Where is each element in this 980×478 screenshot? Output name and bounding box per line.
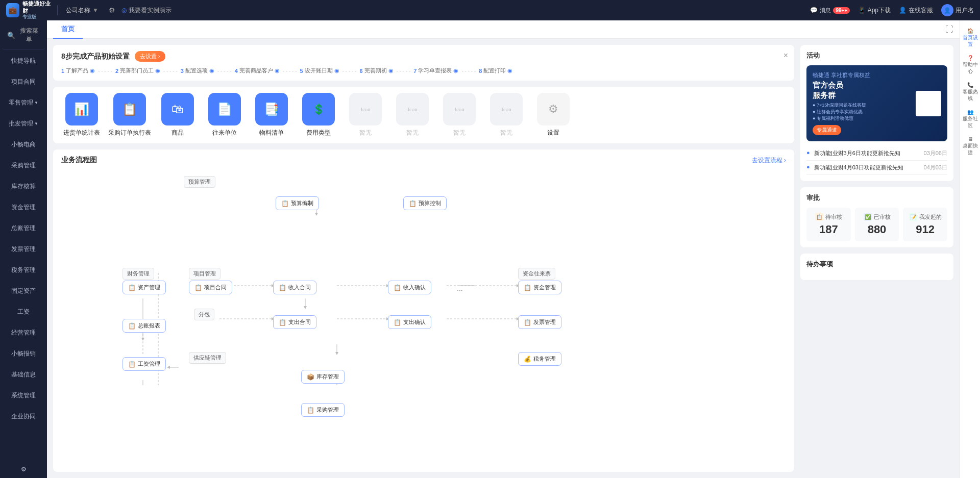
purchase-stats-icon: 📊 <box>65 93 98 125</box>
company-selector[interactable]: 公司名称 ▼ <box>62 4 103 17</box>
step-7[interactable]: 7 学习单查报表 ◉ <box>413 67 458 74</box>
setup-close-button[interactable]: × <box>783 51 788 60</box>
right-nav-help[interactable]: ❓ 帮助中心 <box>961 52 979 78</box>
settings-icon[interactable]: ⚙ <box>107 4 117 16</box>
community-icon: 👥 <box>962 109 978 115</box>
project-contract-node[interactable]: 📋 项目合同 <box>189 281 232 294</box>
step-2[interactable]: 2 完善部门员工 ◉ <box>115 67 160 74</box>
salary-mgmt-node[interactable]: 📋 工资管理 <box>122 357 166 371</box>
income-contract-node[interactable]: 📋 收入合同 <box>273 281 316 294</box>
ledger-report-node[interactable]: 📋 总账报表 <box>122 319 166 333</box>
chevron-down-icon: ▼ <box>92 7 99 14</box>
step-4[interactable]: 4 完善商品客户 ◉ <box>235 67 280 74</box>
approval-card: 审批 📋 待审核 187 ✅ 已审核 <box>800 187 953 247</box>
desktop-icon: 🖥 <box>962 136 978 142</box>
capital-section-label: 资金往来票 <box>518 268 555 280</box>
sidebar-item-ledger[interactable]: 总账管理 <box>2 219 45 238</box>
quick-icon-expense-type[interactable]: 💲 费用类型 <box>298 93 339 137</box>
approval-pending[interactable]: 📋 待审核 187 <box>806 208 851 241</box>
budget-make-node[interactable]: 📋 预算编制 <box>276 196 319 210</box>
demo-link[interactable]: ◎ 我要看实例演示 <box>121 6 172 15</box>
sidebar-item-inventory[interactable]: 库存核算 <box>2 177 45 196</box>
demo-icon: ◎ <box>121 7 127 14</box>
sidebar-item-quick-nav[interactable]: 快捷导航 <box>2 52 45 70</box>
sidebar-item-purchase[interactable]: 采购管理 <box>2 156 45 175</box>
capital-mgmt-node[interactable]: 📋 资金管理 <box>518 281 561 294</box>
quick-icons-grid: 📊 进货单统计表 📋 采购订单执行表 🛍 商品 📄 <box>61 93 786 137</box>
promo-join-button[interactable]: 专属通道 <box>813 125 841 135</box>
quick-icon-empty-4[interactable]: Icon 暂无 <box>486 93 527 137</box>
step-6[interactable]: 6 完善期初 ◉ <box>359 67 393 74</box>
right-nav-desktop[interactable]: 🖥 桌面快捷 <box>961 133 979 159</box>
quick-icon-settings[interactable]: ⚙ 设置 <box>533 93 574 137</box>
sidebar-item-enterprise[interactable]: 企业协同 <box>2 407 45 426</box>
quick-icon-partners[interactable]: 📄 往来单位 <box>204 93 245 137</box>
online-service-button[interactable]: 👤 在线客服 <box>899 6 933 15</box>
inventory-icon: 📦 <box>307 373 314 381</box>
right-nav-hotline[interactable]: 📞 客服热线 <box>961 79 979 105</box>
purchase-mgmt-node[interactable]: 📋 采购管理 <box>301 403 345 417</box>
salary-icon: 📋 <box>128 361 136 368</box>
help-icon: ❓ <box>962 55 978 61</box>
news-item-2[interactable]: ● 新功能|业财4月03日功能更新抢先知 04月03日 <box>806 161 947 175</box>
approval-approved[interactable]: ✅ 已审核 880 <box>855 208 899 241</box>
inventory-mgmt-node[interactable]: 📦 库存管理 <box>301 370 345 384</box>
tab-home[interactable]: 首页 <box>53 20 83 39</box>
right-nav-home-settings[interactable]: 🏠 首页设置 <box>961 24 979 51</box>
sidebar-settings-button[interactable]: ⚙ <box>0 461 47 478</box>
income-confirm-node[interactable]: 📋 收入确认 <box>388 281 431 294</box>
income-contract-icon: 📋 <box>279 284 286 291</box>
asset-mgmt-node[interactable]: 📋 资产管理 <box>122 281 166 294</box>
news-item-1[interactable]: ● 新功能|业财3月6日功能更新抢先知 03月06日 <box>806 146 947 161</box>
quick-icon-purchase-stats[interactable]: 📊 进货单统计表 <box>61 93 102 137</box>
sidebar-item-ecommerce[interactable]: 小畅电商 <box>2 135 45 154</box>
sidebar-item-invoice[interactable]: 发票管理 <box>2 240 45 259</box>
quick-icons-card: 📊 进货单统计表 📋 采购订单执行表 🛍 商品 📄 <box>53 87 794 143</box>
quick-icon-empty-2[interactable]: Icon 暂无 <box>392 93 433 137</box>
user-menu[interactable]: 👤 用户名 <box>941 4 974 16</box>
supply-section-label: 供应链管理 <box>189 352 226 364</box>
expense-contract-node[interactable]: 📋 支出合同 <box>273 315 316 329</box>
news-text-2: 新功能|业财4月03日功能更新抢先知 <box>814 164 920 171</box>
invoice-mgmt-node[interactable]: 📋 发票管理 <box>518 315 561 329</box>
sidebar-item-search[interactable]: 🔍 搜索菜单 <box>2 21 45 49</box>
message-button[interactable]: 💬 消息 99++ <box>810 7 849 14</box>
quick-icon-purchase-order[interactable]: 📋 采购订单执行表 <box>108 93 151 137</box>
right-nav-community[interactable]: 👥 服务社区 <box>961 106 979 132</box>
main-layout: 🔍 搜索菜单 快捷导航 项目合同 零售管理 ▼ 批发管理 ▼ 小畅电商 采购管理… <box>0 20 980 478</box>
sidebar-item-expense[interactable]: 小畅报销 <box>2 344 45 363</box>
sidebar-item-tax[interactable]: 税务管理 <box>2 261 45 280</box>
fullscreen-button[interactable]: ⛶ <box>945 25 953 34</box>
sidebar-item-capital[interactable]: 资金管理 <box>2 198 45 217</box>
expense-confirm-node[interactable]: 📋 支出确认 <box>388 315 431 329</box>
budget-control-node[interactable]: 📋 预算控制 <box>403 196 447 210</box>
sidebar-item-payroll[interactable]: 工资 <box>2 303 45 321</box>
sidebar-item-system[interactable]: 系统管理 <box>2 386 45 405</box>
right-panel: 活动 畅捷通 享社群专属权益 官方会员服务群 ● 7×15h深度问题在线答疑 ●… <box>800 45 953 472</box>
sidebar-item-fixed-assets[interactable]: 固定资产 <box>2 282 45 300</box>
initiated-count: 912 <box>906 223 944 236</box>
quick-icon-empty-1[interactable]: Icon 暂无 <box>345 93 386 137</box>
process-settings-link[interactable]: 去设置流程 › <box>752 156 786 165</box>
sidebar-item-wholesale[interactable]: 批发管理 ▼ <box>2 114 45 133</box>
expense-contract-icon: 📋 <box>279 319 286 326</box>
promo-banner[interactable]: 畅捷通 享社群专属权益 官方会员服务群 ● 7×15h深度问题在线答疑 ● 社群… <box>806 65 947 141</box>
sidebar: 🔍 搜索菜单 快捷导航 项目合同 零售管理 ▼ 批发管理 ▼ 小畅电商 采购管理… <box>0 20 47 478</box>
setup-goto-button[interactable]: 去设置 › <box>135 51 165 62</box>
quick-icon-bom[interactable]: 📑 物料清单 <box>251 93 292 137</box>
step-5[interactable]: 5 设开账日期 ◉ <box>300 67 339 74</box>
sidebar-item-project-contract[interactable]: 项目合同 <box>2 72 45 91</box>
sidebar-item-operations[interactable]: 经营管理 <box>2 323 45 342</box>
step-3[interactable]: 3 配置选项 ◉ <box>181 67 214 74</box>
quick-icon-goods[interactable]: 🛍 商品 <box>157 93 198 137</box>
quick-icon-empty-3[interactable]: Icon 暂无 <box>439 93 480 137</box>
tax-mgmt-node[interactable]: 💰 税务管理 <box>518 352 561 366</box>
circle-icon: ◉ <box>155 67 160 74</box>
step-1[interactable]: 1 了解产品 ◉ <box>61 67 95 74</box>
step-8[interactable]: 8 配置打印 ◉ <box>479 67 512 74</box>
capital-icon: 📋 <box>524 284 531 291</box>
app-download-button[interactable]: 📱 App下载 <box>858 6 891 15</box>
sidebar-item-basic-info[interactable]: 基础信息 <box>2 365 45 384</box>
approval-initiated[interactable]: 📝 我发起的 912 <box>903 208 947 241</box>
sidebar-item-retail[interactable]: 零售管理 ▼ <box>2 93 45 112</box>
